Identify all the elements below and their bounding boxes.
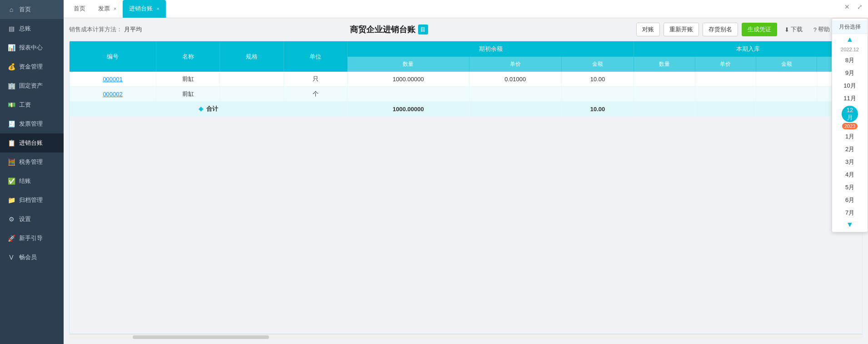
- sidebar-item-label: 发票管理: [19, 120, 43, 128]
- tab-invoice[interactable]: 发票 ×: [92, 0, 123, 18]
- month-item-2023-3[interactable]: 3月: [832, 156, 868, 168]
- sidebar-item-ledger[interactable]: ▤ 总账: [0, 19, 64, 38]
- row1-in-amount: [756, 72, 817, 87]
- total-qi-qty: 1000.00000: [348, 102, 469, 117]
- cost-method-label: 销售成本计算方法：: [69, 26, 122, 33]
- total-qi-price: [469, 102, 561, 117]
- sidebar-item-label: 报表中心: [19, 44, 43, 52]
- col-header-name: 名称: [156, 41, 220, 72]
- row2-id-link[interactable]: 000002: [103, 91, 122, 98]
- table-row: 000002 前缸 个: [70, 87, 862, 102]
- sidebar-item-label: 首页: [19, 5, 31, 14]
- total-in-price: [695, 102, 756, 117]
- row2-in-price: [695, 87, 756, 102]
- home-icon: ⌂: [7, 6, 15, 13]
- save-alias-button[interactable]: 存货别名: [703, 23, 738, 36]
- row1-qi-qty: 1000.00000: [348, 72, 469, 87]
- tab-home[interactable]: 首页: [67, 0, 92, 18]
- sidebar-item-funds[interactable]: 💰 资金管理: [0, 57, 64, 76]
- col-header-inbound: 本期入库: [634, 41, 862, 57]
- sidebar-item-reports[interactable]: 📊 报表中心: [0, 38, 64, 57]
- close-window-button[interactable]: ✕: [843, 2, 852, 11]
- row2-spec: [220, 87, 284, 102]
- horizontal-scrollbar[interactable]: [69, 334, 863, 339]
- assets-icon: 🏢: [7, 82, 15, 89]
- month-item-8[interactable]: 8月: [832, 54, 868, 67]
- invoice-mgmt-icon: 🧾: [7, 120, 15, 128]
- sidebar-item-settlement[interactable]: ✅ 结账: [0, 172, 64, 191]
- month-item-2023-1[interactable]: 1月: [832, 130, 868, 143]
- sidebar-item-purchase-sales[interactable]: 📋 进销台账: [0, 133, 64, 152]
- sidebar-item-label: 固定资产: [19, 82, 43, 90]
- reconcile-button[interactable]: 对账: [636, 23, 660, 36]
- window-controls: ✕ ⤢: [843, 2, 864, 11]
- tab-home-label: 首页: [74, 5, 85, 13]
- sidebar-item-tax[interactable]: 🧮 税务管理: [0, 152, 64, 172]
- tab-purchase-sales[interactable]: 进销台账 ×: [123, 0, 165, 18]
- month-item-2023-4[interactable]: 4月: [832, 168, 868, 181]
- month-item-11[interactable]: 11月: [832, 92, 868, 105]
- total-in-amount: [756, 102, 817, 117]
- top-bar: 销售成本计算方法： 月平均 商贸企业进销台账 目 对账 重新开账 存货别名: [69, 23, 863, 36]
- save-alias-label: 存货别名: [708, 25, 732, 34]
- month-item-2023-2[interactable]: 2月: [832, 143, 868, 156]
- generate-voucher-label: 生成凭证: [748, 25, 771, 34]
- row1-id: 000001: [70, 72, 156, 87]
- download-button[interactable]: ⬇ 下载: [781, 23, 806, 36]
- sidebar-item-label: 资金管理: [19, 63, 43, 71]
- total-icon: ◈: [199, 105, 203, 112]
- maximize-window-button[interactable]: ⤢: [855, 2, 864, 11]
- reopen-button[interactable]: 重新开账: [663, 23, 699, 36]
- reopen-label: 重新开账: [669, 25, 693, 34]
- sidebar-item-guide[interactable]: 🚀 新手引导: [0, 229, 64, 248]
- row1-id-link[interactable]: 000001: [103, 76, 122, 83]
- total-in-qty: [634, 102, 695, 117]
- salary-icon: 💵: [7, 101, 15, 108]
- cost-method: 销售成本计算方法： 月平均: [69, 25, 142, 34]
- month-item-2023-6[interactable]: 6月: [832, 194, 868, 206]
- sidebar-item-label: 进销台账: [19, 139, 43, 147]
- row1-name: 前缸: [156, 72, 220, 87]
- sub-header-qi-qty: 数量: [348, 57, 469, 72]
- year-2023-badge: 2023: [842, 123, 858, 129]
- sidebar-item-label: 税务管理: [19, 158, 43, 166]
- tab-purchase-sales-label: 进销台账: [129, 5, 153, 13]
- row1-qi-amount: 10.00: [561, 72, 634, 87]
- row2-in-amount: [756, 87, 817, 102]
- sidebar-item-label: 设置: [19, 215, 31, 223]
- sidebar-item-invoice-mgmt[interactable]: 🧾 发票管理: [0, 114, 64, 133]
- sidebar-item-assets[interactable]: 🏢 固定资产: [0, 76, 64, 95]
- sidebar-item-label: 归档管理: [19, 196, 43, 204]
- scrollbar-thumb[interactable]: [133, 335, 269, 339]
- tab-purchase-sales-close[interactable]: ×: [156, 6, 159, 11]
- month-item-2023-5[interactable]: 5月: [832, 181, 868, 194]
- row1-spec: [220, 72, 284, 87]
- main-area: 首页 发票 × 进销台账 × ✕ ⤢ 销售成本计算方法： 月平均 商贸企业进销台…: [64, 0, 868, 344]
- month-item-9[interactable]: 9月: [832, 67, 868, 79]
- month-item-2023-7[interactable]: 7月: [832, 206, 868, 219]
- month-panel-header: 月份选择: [832, 20, 868, 34]
- generate-voucher-button[interactable]: 生成凭证: [742, 23, 777, 36]
- month-scroll-down[interactable]: ▼: [832, 219, 868, 230]
- sidebar-item-settings[interactable]: ⚙ 设置: [0, 210, 64, 229]
- sidebar-item-home[interactable]: ⌂ 首页: [0, 0, 64, 19]
- col-header-unit: 单位: [284, 41, 347, 72]
- reports-icon: 📊: [7, 44, 15, 51]
- archive-icon: 📁: [7, 197, 15, 204]
- sidebar-item-member[interactable]: V 畅会员: [0, 248, 64, 267]
- month-item-12[interactable]: 12月: [842, 106, 858, 122]
- help-label: 帮助: [818, 25, 830, 34]
- help-button[interactable]: ? 帮助: [810, 23, 833, 36]
- tab-invoice-close[interactable]: ×: [114, 6, 116, 11]
- title-icon[interactable]: 目: [418, 25, 428, 34]
- month-scroll-up[interactable]: ▲: [832, 34, 868, 45]
- sidebar-item-archive[interactable]: 📁 归档管理: [0, 191, 64, 210]
- col-header-number: 编号: [70, 41, 156, 72]
- total-label-text: 合计: [206, 105, 218, 112]
- download-icon: ⬇: [784, 26, 789, 33]
- sub-header-in-qty: 数量: [634, 57, 695, 72]
- sidebar-item-salary[interactable]: 💵 工资: [0, 95, 64, 114]
- settlement-icon: ✅: [7, 177, 15, 185]
- month-item-10[interactable]: 10月: [832, 79, 868, 92]
- row2-in-qty: [634, 87, 695, 102]
